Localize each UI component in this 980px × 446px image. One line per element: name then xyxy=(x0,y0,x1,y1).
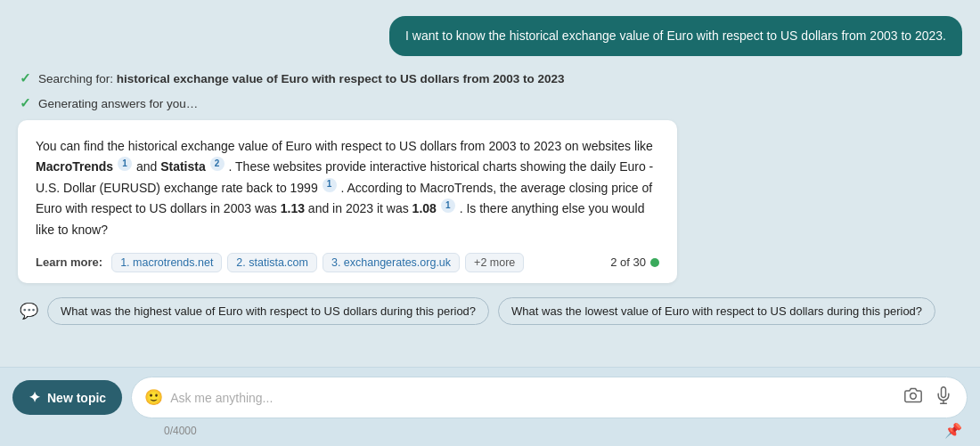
check-icon-searching: ✓ xyxy=(20,70,31,86)
suggestion-row: 💬 What was the highest value of Euro wit… xyxy=(18,292,962,328)
green-dot-icon xyxy=(650,258,659,267)
ref-badge-4: 1 xyxy=(441,199,455,213)
suggestion-chip-1-text: What was the highest value of Euro with … xyxy=(61,304,476,318)
pin-icon[interactable]: 📌 xyxy=(944,422,962,439)
more-badge[interactable]: +2 more xyxy=(465,253,524,272)
status-searching-row: ✓ Searching for: historical exchange val… xyxy=(18,70,962,86)
user-message-text: I want to know the historical exchange v… xyxy=(405,28,946,43)
sparkle-icon: ✦ xyxy=(29,389,40,406)
bottom-bar: ✦ New topic 🙂 xyxy=(0,367,980,446)
ref-badge-1: 1 xyxy=(118,157,132,171)
new-topic-label: New topic xyxy=(47,391,106,405)
learn-more-link-2[interactable]: 2. statista.com xyxy=(227,253,317,272)
answer-part-5: and in 2023 it was xyxy=(308,202,412,216)
answer-text: You can find the historical exchange val… xyxy=(36,136,659,240)
svg-point-0 xyxy=(911,393,917,400)
suggestion-chat-icon: 💬 xyxy=(20,302,38,320)
camera-icon-button[interactable] xyxy=(902,385,924,410)
user-message-row: I want to know the historical exchange v… xyxy=(18,16,962,56)
statista-link[interactable]: Statista xyxy=(160,160,206,174)
bottom-sub-row: 0/4000 📌 xyxy=(12,422,968,439)
ref-badge-2: 2 xyxy=(210,157,225,171)
suggestion-chip-1[interactable]: What was the highest value of Euro with … xyxy=(47,297,489,325)
answer-card: You can find the historical exchange val… xyxy=(18,120,677,283)
char-count: 0/4000 xyxy=(164,425,197,437)
suggestion-chip-2-text: What was the lowest value of Euro with r… xyxy=(511,304,922,318)
chat-area: I want to know the historical exchange v… xyxy=(0,0,980,367)
new-topic-button[interactable]: ✦ New topic xyxy=(12,380,122,415)
macrotrends-link[interactable]: MacroTrends xyxy=(36,160,113,174)
input-actions xyxy=(902,385,954,410)
learn-more-link-1[interactable]: 1. macrotrends.net xyxy=(111,253,222,272)
ref-badge-3: 1 xyxy=(323,178,337,192)
status-generating-row: ✓ Generating answers for you… xyxy=(18,95,962,111)
page-count-text: 2 of 30 xyxy=(610,255,646,269)
emoji-icon: 🙂 xyxy=(144,388,163,407)
microphone-icon-button[interactable] xyxy=(933,385,954,410)
bottom-main-row: ✦ New topic 🙂 xyxy=(12,377,968,418)
input-container: 🙂 xyxy=(131,377,968,418)
status-searching-text: Searching for: historical exchange value… xyxy=(38,72,564,85)
answer-part-2: and xyxy=(136,160,160,174)
searching-query: historical exchange value of Euro with r… xyxy=(117,72,565,85)
check-icon-generating: ✓ xyxy=(20,95,31,111)
value-2023: 1.08 xyxy=(412,202,437,216)
ask-input[interactable] xyxy=(170,391,895,405)
suggestion-chip-2[interactable]: What was the lowest value of Euro with r… xyxy=(498,297,935,325)
status-generating-text: Generating answers for you… xyxy=(38,97,198,110)
page-count: 2 of 30 xyxy=(610,255,659,269)
searching-label: Searching for: xyxy=(38,72,113,85)
answer-part-1: You can find the historical exchange val… xyxy=(36,139,653,153)
learn-more-row: Learn more: 1. macrotrends.net 2. statis… xyxy=(36,253,659,272)
learn-more-label: Learn more: xyxy=(36,255,102,269)
learn-more-link-3[interactable]: 3. exchangerates.org.uk xyxy=(323,253,460,272)
value-2003: 1.13 xyxy=(281,202,305,216)
user-bubble: I want to know the historical exchange v… xyxy=(389,16,962,56)
